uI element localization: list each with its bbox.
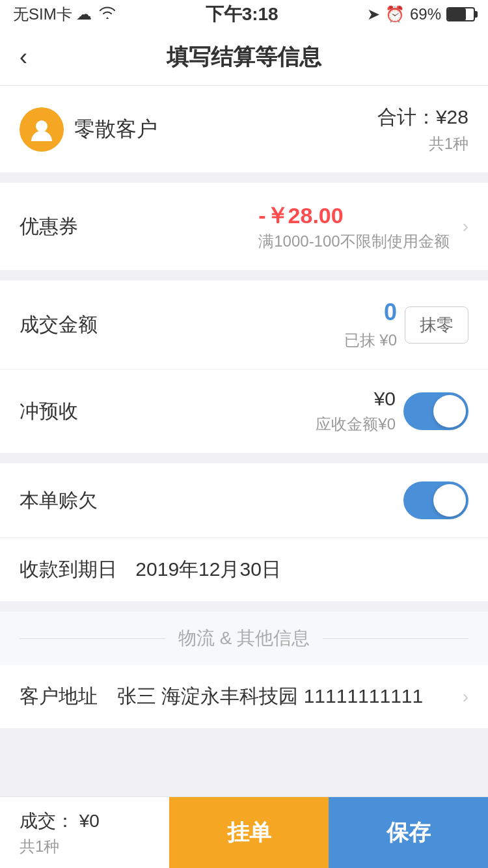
logistics-label: 物流 & 其他信息	[178, 626, 310, 651]
customer-section: 零散客户 合计：¥28 共1种	[0, 86, 488, 172]
address-chevron-icon: ›	[463, 686, 468, 707]
due-date-value: 2019年12月30日	[135, 558, 280, 580]
back-button[interactable]: ‹	[20, 44, 27, 71]
battery-percent: 69%	[410, 5, 441, 23]
content-area: 零散客户 合计：¥28 共1种 优惠券 -￥28.00 满1000-100不限制…	[0, 86, 488, 817]
transaction-right: 0 已抹 ¥0 抹零	[344, 299, 468, 351]
customer-total: 合计：¥28 共1种	[377, 104, 468, 154]
transaction-row: 成交金额 0 已抹 ¥0 抹零	[0, 280, 488, 369]
logistics-header: 物流 & 其他信息	[0, 612, 488, 665]
nav-bar: ‹ 填写结算等信息	[0, 29, 488, 86]
customer-avatar	[20, 107, 64, 152]
transaction-section: 成交金额 0 已抹 ¥0 抹零 冲预收 ¥0 应收金额¥0	[0, 280, 488, 453]
prepayment-label: 冲预收	[20, 398, 78, 425]
transaction-amount: 0	[384, 299, 397, 325]
svg-point-0	[36, 120, 47, 132]
coupon-section[interactable]: 优惠券 -￥28.00 满1000-100不限制使用金额 ›	[0, 183, 488, 270]
total-count: 共1种	[377, 133, 468, 154]
wifi-icon	[98, 5, 116, 23]
bottom-info: 成交： ¥0 共1种	[0, 809, 169, 857]
bottom-bar: 成交： ¥0 共1种 挂单 保存	[0, 796, 488, 868]
due-date-row: 收款到期日 2019年12月30日	[0, 537, 488, 601]
customer-name: 零散客户	[74, 115, 157, 144]
coupon-row[interactable]: 优惠券 -￥28.00 满1000-100不限制使用金额 ›	[0, 183, 488, 270]
status-time: 下午3:18	[206, 2, 278, 27]
prepayment-right: ¥0 应收金额¥0	[316, 388, 468, 435]
transaction-label: 成交金额	[20, 312, 98, 338]
coupon-label: 优惠券	[20, 213, 78, 240]
no-sim-text: 无SIM卡 ☁	[13, 4, 92, 25]
address-value: 张三 海淀永丰科技园 11111111111	[117, 683, 438, 710]
credit-row: 本单赊欠	[0, 463, 488, 537]
total-amount: 合计：¥28	[377, 104, 468, 131]
credit-right	[403, 481, 468, 519]
prepayment-toggle[interactable]	[403, 392, 468, 430]
credit-section: 本单赊欠 收款到期日 2019年12月30日	[0, 463, 488, 601]
save-button[interactable]: 保存	[329, 797, 488, 868]
deal-label: 成交：	[20, 811, 74, 831]
credit-toggle[interactable]	[403, 481, 468, 519]
coupon-right: -￥28.00 满1000-100不限制使用金额 ›	[258, 201, 468, 252]
customer-row: 零散客户 合计：¥28 共1种	[0, 86, 488, 172]
status-left: 无SIM卡 ☁	[13, 4, 116, 25]
prepayment-sub: 应收金额¥0	[316, 414, 396, 435]
chevron-icon: ›	[463, 216, 468, 237]
credit-label: 本单赊欠	[20, 487, 98, 514]
deal-amount: ¥0	[79, 811, 100, 831]
logistics-section: 物流 & 其他信息 客户地址 张三 海淀永丰科技园 11111111111 ›	[0, 612, 488, 728]
coupon-amount: -￥28.00	[258, 201, 449, 231]
toggle-knob	[433, 395, 466, 427]
status-bar: 无SIM卡 ☁ 下午3:18 ➤ ⏰ 69%	[0, 0, 488, 29]
round-zero-button[interactable]: 抹零	[405, 306, 468, 344]
prepayment-value: ¥0	[316, 388, 396, 410]
address-row[interactable]: 客户地址 张三 海淀永丰科技园 11111111111 ›	[0, 665, 488, 728]
due-date-label: 收款到期日	[20, 558, 117, 580]
status-right: ➤ ⏰ 69%	[367, 5, 475, 23]
prepayment-row: 冲预收 ¥0 应收金额¥0	[0, 369, 488, 453]
transaction-sub: 已抹 ¥0	[344, 330, 397, 351]
coupon-desc: 满1000-100不限制使用金额	[258, 231, 449, 252]
address-label: 客户地址	[20, 683, 98, 710]
alarm-icon: ⏰	[385, 5, 405, 23]
credit-toggle-knob	[433, 484, 466, 517]
hold-button[interactable]: 挂单	[169, 797, 329, 868]
page-title: 填写结算等信息	[167, 42, 321, 72]
battery-icon	[446, 7, 475, 21]
bottom-deal: 成交： ¥0	[20, 809, 150, 834]
bottom-count: 共1种	[20, 836, 150, 857]
location-icon: ➤	[367, 5, 380, 23]
customer-info: 零散客户	[20, 107, 157, 152]
